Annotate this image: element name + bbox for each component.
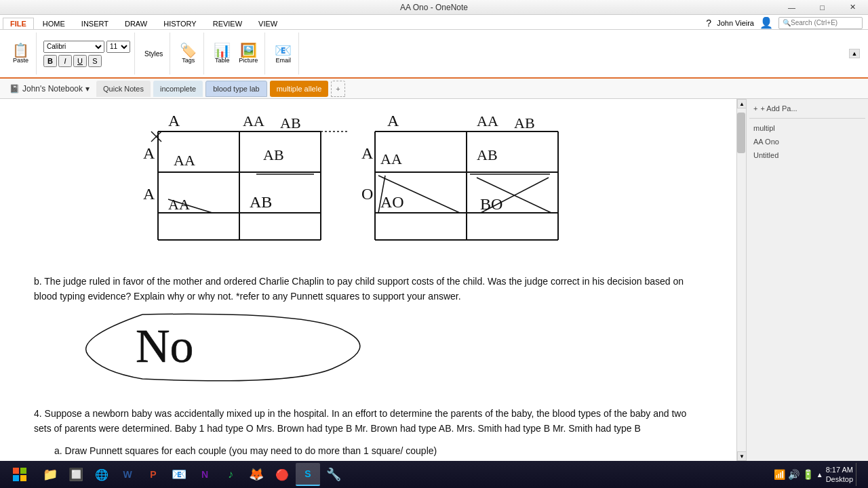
punnett-svg: A AA AB A A AA AB AA bbox=[34, 104, 703, 267]
tab-history[interactable]: HISTORY bbox=[156, 18, 204, 29]
taskbar: 📁 🔲 🌐 W P 📧 N ♪ 🦊 🔴 S 🔧 📶 🔊 🔋 ▲ 8:17 AM bbox=[0, 461, 868, 488]
add-page-btn[interactable]: + + Add Pa... bbox=[749, 102, 865, 115]
maximize-btn[interactable]: □ bbox=[807, 0, 837, 14]
taskbar-powerpoint2[interactable]: 🔴 bbox=[270, 463, 294, 486]
app-title: AA Ono - OneNote bbox=[400, 3, 468, 12]
tags-button[interactable]: 🏷️ Tags bbox=[177, 33, 199, 75]
ribbon-group-styles: Styles bbox=[138, 33, 170, 75]
svg-text:A: A bbox=[143, 144, 155, 162]
taskbar-browser-ie[interactable]: 🌐 bbox=[90, 463, 114, 486]
answer-no-drawing: No bbox=[75, 311, 703, 392]
collapse-ribbon-btn[interactable]: ▲ bbox=[849, 49, 860, 58]
taskbar-firefox[interactable]: 🦊 bbox=[244, 463, 269, 486]
search-input[interactable] bbox=[791, 19, 859, 26]
email-page-button[interactable]: 📧 Email bbox=[272, 33, 294, 75]
taskbar-word[interactable]: W bbox=[115, 463, 140, 486]
tab-incomplete[interactable]: incomplete bbox=[153, 81, 203, 97]
minimize-btn[interactable]: — bbox=[776, 0, 807, 14]
notebook-name-label: John's Notebook bbox=[22, 84, 83, 94]
tab-quick-notes[interactable]: Quick Notes bbox=[96, 81, 151, 97]
svg-text:AA: AA bbox=[243, 113, 264, 129]
taskbar-tray-expand[interactable]: ▲ bbox=[816, 471, 823, 479]
paste-icon: 📋 bbox=[12, 43, 29, 57]
scroll-down-btn[interactable]: ▼ bbox=[737, 451, 746, 461]
paste-button[interactable]: 📋 Paste bbox=[9, 33, 32, 75]
taskbar-outlook[interactable]: 📧 bbox=[167, 463, 191, 486]
taskbar-right: 📶 🔊 🔋 ▲ 8:17 AM Desktop bbox=[774, 463, 865, 486]
ribbon-commands: 📋 Paste Calibri 11 B I U S Styles bbox=[0, 30, 868, 79]
tab-home[interactable]: HOME bbox=[35, 18, 73, 29]
italic-button[interactable]: I bbox=[58, 55, 72, 67]
svg-text:AB: AB bbox=[280, 115, 301, 131]
user-name: John Vieira bbox=[717, 19, 754, 27]
right-panel-page-aaono[interactable]: AA Ono bbox=[749, 135, 865, 148]
svg-rect-44 bbox=[20, 468, 26, 474]
right-panel-page-untitled[interactable]: Untitled bbox=[749, 148, 865, 162]
taskbar-skype[interactable]: S bbox=[296, 463, 320, 486]
tab-insert[interactable]: INSERT bbox=[74, 18, 116, 29]
show-desktop-btn[interactable] bbox=[856, 463, 861, 486]
add-tab-btn[interactable]: + bbox=[331, 81, 344, 97]
ribbon-tabs: FILE HOME INSERT DRAW HISTORY REVIEW VIE… bbox=[0, 15, 868, 30]
ribbon-group-basic-text: Calibri 11 B I U S bbox=[39, 33, 135, 75]
svg-text:AA: AA bbox=[380, 150, 402, 167]
ribbon-group-email: 📧 Email bbox=[268, 33, 299, 75]
font-family-select[interactable]: Calibri bbox=[43, 41, 104, 53]
tab-blood-type[interactable]: blood type lab bbox=[205, 81, 267, 97]
bold-button[interactable]: B bbox=[43, 55, 57, 67]
underline-button[interactable]: U bbox=[73, 55, 87, 67]
ribbon-group-tags: 🏷️ Tags bbox=[173, 33, 204, 75]
start-button[interactable] bbox=[3, 463, 37, 486]
svg-text:A: A bbox=[168, 112, 180, 129]
font-size-select[interactable]: 11 bbox=[106, 41, 130, 53]
right-panel-page-multipl[interactable]: multipl bbox=[749, 121, 865, 135]
answer-no-svg: No bbox=[75, 311, 414, 386]
taskbar-onenote-tray[interactable]: N bbox=[193, 463, 217, 486]
svg-text:AA: AA bbox=[477, 113, 498, 129]
page-tabs-bar: 📓 John's Notebook ▾ Quick Notes incomple… bbox=[0, 79, 868, 99]
ribbon-group-clipboard: 📋 Paste bbox=[5, 33, 37, 75]
taskbar-metro-apps[interactable]: 🔲 bbox=[64, 463, 88, 486]
title-bar: AA Ono - OneNote — □ ✕ bbox=[0, 0, 868, 15]
help-icon[interactable]: ? bbox=[706, 18, 711, 28]
notebook-selector[interactable]: 📓 John's Notebook ▾ bbox=[5, 83, 94, 95]
svg-text:AB: AB bbox=[250, 193, 272, 211]
windows-logo bbox=[12, 466, 28, 483]
notebook-icon: 📓 bbox=[9, 84, 20, 94]
scroll-up-btn[interactable]: ▲ bbox=[737, 99, 746, 108]
user-icon: 👤 bbox=[760, 16, 773, 29]
note-scrollbar[interactable]: ▲ ▼ bbox=[736, 99, 746, 461]
styles-button[interactable]: Styles bbox=[142, 33, 165, 75]
taskbar-spotify[interactable]: ♪ bbox=[218, 463, 243, 486]
svg-text:BO: BO bbox=[480, 195, 502, 213]
tab-draw[interactable]: DRAW bbox=[117, 18, 155, 29]
svg-text:AB: AB bbox=[477, 146, 498, 163]
notebook-dropdown-icon: ▾ bbox=[85, 84, 90, 94]
table-button[interactable]: 📊 Table bbox=[211, 33, 233, 75]
window-controls: — □ ✕ bbox=[776, 0, 868, 14]
taskbar-settings[interactable]: 🔧 bbox=[321, 463, 346, 486]
quick-notes-label: Quick Notes bbox=[103, 85, 144, 93]
picture-button[interactable]: 🖼️ Picture bbox=[236, 33, 260, 75]
add-tab-icon: + bbox=[336, 85, 340, 93]
close-btn[interactable]: ✕ bbox=[837, 0, 868, 14]
taskbar-powerpoint[interactable]: P bbox=[141, 463, 165, 486]
taskbar-clock[interactable]: 8:17 AM Desktop bbox=[826, 465, 853, 485]
taskbar-network-icon: 📶 bbox=[774, 469, 785, 480]
tab-view[interactable]: VIEW bbox=[251, 18, 285, 29]
tab-review[interactable]: REVIEW bbox=[205, 18, 250, 29]
svg-text:AA: AA bbox=[174, 152, 195, 169]
right-panel: + + Add Pa... multipl AA Ono Untitled ◀ bbox=[746, 99, 868, 461]
tab-multiple-allele[interactable]: multiple allele bbox=[270, 81, 329, 97]
svg-text:AA: AA bbox=[168, 196, 190, 213]
scroll-thumb[interactable] bbox=[737, 113, 745, 153]
svg-text:A: A bbox=[361, 144, 374, 162]
svg-text:AO: AO bbox=[380, 193, 404, 211]
taskbar-file-explorer[interactable]: 📁 bbox=[38, 463, 62, 486]
svg-rect-45 bbox=[13, 475, 19, 481]
strikethrough-button[interactable]: S bbox=[88, 55, 102, 67]
add-page-icon: + bbox=[753, 104, 757, 113]
svg-text:A: A bbox=[143, 185, 155, 203]
taskbar-sound-icon: 🔊 bbox=[788, 469, 800, 480]
tab-file[interactable]: FILE bbox=[3, 18, 34, 29]
